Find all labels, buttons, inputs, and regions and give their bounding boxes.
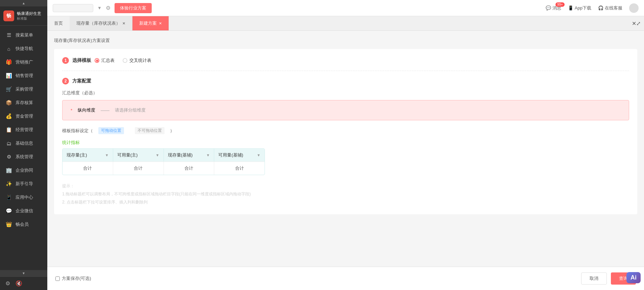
chevron-down-icon[interactable]: ▼ bbox=[97, 5, 102, 10]
col-chevron-3[interactable]: ▼ bbox=[257, 153, 261, 157]
sidebar-logo: 畅 畅康通好生意 标准版 bbox=[0, 6, 47, 26]
sidebar-item-search-menu[interactable]: ☰ 搜索菜单 bbox=[0, 28, 47, 42]
stats-col-3[interactable]: 可用量(基辅) ▼ bbox=[214, 149, 265, 162]
sidebar-item-sales[interactable]: 📊 销售管理 bbox=[0, 69, 47, 82]
topbar-gear-icon[interactable]: ⚙ bbox=[106, 5, 110, 11]
sidebar-item-inventory[interactable]: 📦 库存核算 bbox=[0, 96, 47, 110]
sidebar-item-system[interactable]: ⚙ 系统管理 bbox=[0, 150, 47, 164]
radio-circle-cross bbox=[123, 58, 127, 63]
indicator-suffix: ） bbox=[170, 128, 174, 134]
stats-body-col-3: 合计 bbox=[214, 162, 265, 175]
online-service-btn[interactable]: 🎧 在线客服 bbox=[598, 5, 622, 11]
cancel-button[interactable]: 取消 bbox=[581, 272, 607, 285]
stats-col-0[interactable]: 现存量(主) ▼ bbox=[63, 149, 113, 162]
sidebar-item-app-center[interactable]: 📱 应用中心 bbox=[0, 191, 47, 204]
save-checkbox-input[interactable] bbox=[55, 276, 60, 281]
stats-body-col-1: 合计 bbox=[113, 162, 164, 175]
sidebar-item-member[interactable]: 👑 畅会员 bbox=[0, 218, 47, 231]
sidebar-item-operations[interactable]: 📋 经营管理 bbox=[0, 123, 47, 137]
dimension-placeholder[interactable]: 请选择分组维度 bbox=[115, 107, 146, 113]
logo-icon: 畅 bbox=[3, 10, 14, 21]
radio-summary[interactable]: 汇总表 bbox=[95, 57, 115, 64]
page-title: 现存量(库存状况表)方案设置 bbox=[54, 38, 637, 44]
money-icon: 💰 bbox=[5, 113, 12, 119]
col-chevron-0[interactable]: ▼ bbox=[105, 153, 109, 157]
ai-badge[interactable]: Ai bbox=[626, 272, 641, 283]
sidebar: ▲ 畅 畅康通好生意 标准版 ☰ 搜索菜单 ⌂ 快捷导航 🎁 营销推广 📊 销售… bbox=[0, 0, 47, 290]
scheme-panel: 1 选择模板 汇总表 交叉统计表 2 方案配置 bbox=[54, 49, 637, 214]
radio-cross[interactable]: 交叉统计表 bbox=[123, 57, 151, 64]
tab-new-scheme[interactable]: 新建方案 ✕ bbox=[132, 16, 169, 30]
expand-tab-action-btn[interactable]: ⤢ bbox=[636, 20, 641, 27]
sidebar-item-label: 畅会员 bbox=[16, 221, 29, 227]
sidebar-item-label: 新手引导 bbox=[16, 181, 33, 187]
app-download-btn[interactable]: 📱 App下载 bbox=[568, 5, 591, 11]
sidebar-bottom: ⚙ 🔇 bbox=[0, 276, 47, 290]
sidebar-item-finance[interactable]: 💰 资金管理 bbox=[0, 110, 47, 123]
close-tab-action-btn[interactable]: ✕ bbox=[632, 20, 636, 27]
dimension-separator: —— bbox=[101, 108, 109, 113]
sidebar-item-label: 经营管理 bbox=[16, 127, 33, 133]
messages-btn[interactable]: 💬 消息 99+ bbox=[546, 5, 561, 11]
stats-col-1[interactable]: 可用量(主) ▼ bbox=[113, 149, 164, 162]
tab-actions: ✕ ⤢ bbox=[628, 20, 644, 27]
sidebar-item-marketing[interactable]: 🎁 营销推广 bbox=[0, 55, 47, 69]
gear-icon: ⚙ bbox=[5, 154, 12, 160]
stats-col-2[interactable]: 现存量(基辅) ▼ bbox=[164, 149, 215, 162]
phone-icon: 📱 bbox=[5, 194, 12, 200]
tab-home[interactable]: 首页 bbox=[47, 16, 70, 30]
sidebar-item-basic-info[interactable]: 🗂 基础信息 bbox=[0, 137, 47, 150]
box-icon: 📦 bbox=[5, 100, 12, 106]
trial-btn[interactable]: 体验行业方案 bbox=[115, 3, 152, 13]
indicator-prefix: 模板指标设定（ bbox=[62, 128, 93, 134]
sidebar-nav: ☰ 搜索菜单 ⌂ 快捷导航 🎁 营销推广 📊 销售管理 🛒 采购管理 📦 库存核… bbox=[0, 26, 47, 270]
step1-header: 1 选择模板 汇总表 交叉统计表 bbox=[62, 57, 629, 64]
col-chevron-1[interactable]: ▼ bbox=[156, 153, 159, 157]
col-chevron-2[interactable]: ▼ bbox=[206, 153, 210, 157]
step2-label: 方案配置 bbox=[72, 78, 91, 84]
sidebar-item-quick-nav[interactable]: ⌂ 快捷导航 bbox=[0, 42, 47, 55]
star-icon: ✨ bbox=[5, 181, 12, 187]
avatar[interactable] bbox=[629, 3, 639, 13]
sidebar-item-label: 应用中心 bbox=[16, 194, 33, 200]
fixed-badge: 不可拖动位置 bbox=[135, 127, 165, 134]
sidebar-item-purchase[interactable]: 🛒 采购管理 bbox=[0, 82, 47, 96]
tips-title: 提示： bbox=[62, 184, 74, 188]
sidebar-scroll-up[interactable]: ▲ bbox=[0, 0, 47, 6]
close-tab-inventory-icon[interactable]: ✕ bbox=[122, 21, 125, 26]
close-tab-new-scheme-icon[interactable]: ✕ bbox=[159, 21, 162, 26]
divider1 bbox=[62, 71, 629, 71]
save-checkbox[interactable]: 方案保存(可选) bbox=[55, 275, 91, 282]
bottom-bar: 方案保存(可选) 取消 查询 bbox=[47, 267, 644, 290]
sidebar-item-label: 库存核算 bbox=[16, 100, 33, 106]
stats-section: 统计指标 现存量(主) ▼ 可用量(主) ▼ 现存量(基辅) bbox=[62, 140, 629, 175]
search-input[interactable] bbox=[53, 4, 93, 12]
tips-section: 提示： 1.拖动标题栏可以调整布局，不可跨维度或指标区域拖动栏目字段(只能在同一… bbox=[62, 182, 629, 206]
draggable-badge: 可拖动位置 bbox=[98, 127, 124, 134]
tabbar: 首页 现存量（库存状况表） ✕ 新建方案 ✕ ✕ ⤢ bbox=[47, 16, 644, 31]
message-icon: 💬 bbox=[546, 5, 551, 10]
sidebar-item-new-guide[interactable]: ✨ 新手引导 bbox=[0, 177, 47, 191]
step1-label: 选择模板 bbox=[72, 57, 91, 64]
gift-icon: 🎁 bbox=[5, 59, 12, 65]
step2-number: 2 bbox=[62, 78, 69, 84]
settings-icon[interactable]: ⚙ bbox=[5, 280, 10, 287]
sidebar-scroll-down[interactable]: ▼ bbox=[0, 270, 47, 276]
mute-icon[interactable]: 🔇 bbox=[16, 280, 22, 287]
sidebar-item-label: 基础信息 bbox=[16, 140, 33, 146]
sidebar-item-wechat[interactable]: 💬 企业微信 bbox=[0, 204, 47, 218]
logo-text: 畅康通好生意 标准版 bbox=[17, 11, 41, 21]
save-checkbox-label: 方案保存(可选) bbox=[62, 275, 91, 282]
chat-icon: 💬 bbox=[5, 208, 12, 214]
home-icon: ⌂ bbox=[5, 46, 12, 52]
content-area: 现存量(库存状况表)方案设置 1 选择模板 汇总表 交叉统计表 bbox=[47, 31, 644, 267]
messages-badge: 99+ bbox=[555, 2, 565, 7]
stats-table-body: 合计 合计 合计 合计 bbox=[63, 162, 265, 175]
template-radio-group: 汇总表 交叉统计表 bbox=[95, 57, 151, 64]
tab-inventory-status[interactable]: 现存量（库存状况表） ✕ bbox=[70, 16, 132, 30]
dimension-box: * 纵向维度 —— 请选择分组维度 bbox=[62, 100, 629, 120]
tip-item-0: 1.拖动标题栏可以调整布局，不可跨维度或指标区域拖动栏目字段(只能在同一维度或指… bbox=[62, 190, 629, 198]
radio-circle-summary bbox=[95, 58, 99, 63]
building-icon: 🏢 bbox=[5, 167, 12, 173]
sidebar-item-enterprise[interactable]: 🏢 企业协同 bbox=[0, 164, 47, 177]
